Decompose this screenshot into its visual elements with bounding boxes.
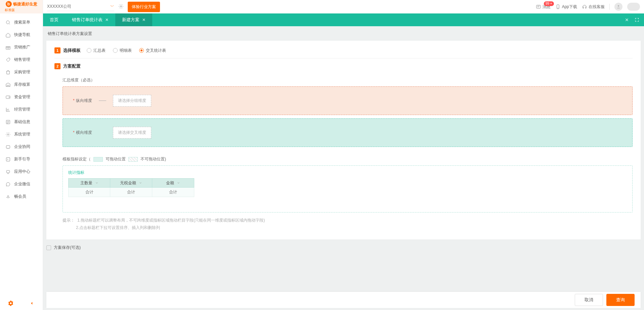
gear-icon [5,132,11,137]
divider [54,58,633,59]
hints: 提示：1.拖动标题栏可以调整布局，不可跨维度或指标区域拖动栏目字段(只能在同一维… [63,212,633,231]
svg-point-9 [7,195,9,197]
indicator-head-amount[interactable]: 金额 [152,178,194,188]
indicator-head-qty[interactable]: 主数量 [68,178,110,188]
support-link[interactable]: 在线客服 [582,4,605,10]
horizontal-dimension-input[interactable]: 请选择交叉维度 [113,127,151,139]
support-label: 在线客服 [589,4,605,10]
nondraggable-swatch-icon [128,157,138,162]
indicator-col: 无税金额 合计 [110,178,152,197]
menu-label: 采购管理 [14,69,30,75]
step-num: 1 [54,47,61,53]
svg-point-3 [9,97,9,98]
menu-quicknav[interactable]: 快捷导航 [0,29,43,41]
step-1: 1 选择模板 汇总表 明细表 交叉统计表 [54,44,633,57]
menu-label: 畅会员 [14,194,26,199]
radio-label: 汇总表 [93,48,106,53]
menu-apps[interactable]: 应用中心 [0,165,43,178]
vertical-dimension-input[interactable]: 请选择分组维度 [113,95,151,107]
tab-label: 新建方案 [122,17,139,23]
messages-link[interactable]: 消息 99 + [536,4,551,10]
menu-collab[interactable]: 企业协同 [0,141,43,153]
chevron-down-icon [177,181,180,185]
logo-b-icon: b [6,1,12,7]
sidebar-bottom [0,297,43,310]
tabbar-actions [623,13,644,26]
radio-detail[interactable]: 明细表 [113,48,132,53]
query-button[interactable]: 查询 [606,294,635,306]
breadcrumb: 销售订单统计表方案设置 [43,26,644,41]
menu-label: 经营管理 [14,107,30,112]
tag-icon [5,57,11,63]
user-menu[interactable] [627,3,640,11]
tab-sales-order-stats[interactable]: 销售订单统计表✕ [65,13,115,26]
horizontal-dimension-label: *横向维度 [73,130,92,135]
messages-badge: 99 + [544,1,554,6]
menu-wechat[interactable]: 企业微信 [0,178,43,190]
svg-rect-6 [6,146,10,148]
app-download-link[interactable]: App下载 [555,4,577,10]
menu-funds[interactable]: 资金管理 [0,91,43,103]
avatar-icon[interactable] [614,3,622,11]
menu-inventory[interactable]: 库存核算 [0,78,43,91]
fullscreen-icon[interactable] [633,16,641,24]
step-2: 2 方案配置 [54,60,633,73]
indicator-head-notax[interactable]: 无税金额 [110,178,152,188]
indicator-table: 主数量 合计 无税金额 合计 金额 合计 [68,178,627,197]
menu-guide[interactable]: 新手引导 [0,153,43,165]
radio-icon [87,48,91,53]
menu-label: 新手引导 [14,156,30,162]
trial-button[interactable]: 体验行业方案 [128,2,160,12]
menu-label: 系统管理 [14,131,30,137]
menu-label: 营销推广 [14,44,30,50]
close-all-icon[interactable] [623,16,631,24]
template-radio-group: 汇总表 明细表 交叉统计表 [87,48,166,53]
header-right: 消息 99 + App下载 在线客服 [536,3,640,11]
menu-operation[interactable]: 经营管理 [0,103,43,116]
gift-icon [5,45,11,50]
company-select[interactable]: ﹀ [47,2,114,11]
company-input[interactable] [47,4,108,9]
legend-nondraggable: 不可拖动位置) [140,156,166,162]
indicator-foot: 合计 [110,188,152,197]
radio-summary[interactable]: 汇总表 [87,48,106,53]
indicator-foot: 合计 [152,188,194,197]
menu-member[interactable]: 畅会员 [0,190,43,203]
tab-label: 销售订单统计表 [72,17,103,23]
close-icon[interactable]: ✕ [142,17,146,22]
sidebar: b 畅捷通好生意 标准版 搜索菜单 快捷导航 营销推广 销售管理 采购管理 库存… [0,0,43,310]
cancel-button[interactable]: 取消 [575,294,603,306]
save-checkbox[interactable] [46,245,51,250]
menu-label: 应用中心 [14,169,30,175]
menu: 搜索菜单 快捷导航 营销推广 销售管理 采购管理 库存核算 资金管理 经营管理 … [0,13,43,297]
radio-icon [139,48,144,53]
close-icon[interactable]: ✕ [105,17,109,22]
menu-label: 快捷导航 [14,32,30,38]
menu-search[interactable]: 搜索菜单 [0,16,43,29]
wechat-icon [5,182,11,187]
company-settings-icon[interactable] [118,4,124,10]
step-title: 选择模板 [63,47,81,53]
vertical-dimension-label: *纵向维度 [73,98,92,104]
radio-cross[interactable]: 交叉统计表 [139,48,166,53]
svg-point-10 [120,6,122,7]
menu-system[interactable]: 系统管理 [0,128,43,141]
collapse-toggle[interactable] [22,297,43,310]
menu-basic[interactable]: 基础信息 [0,116,43,128]
menu-label: 资金管理 [14,94,30,100]
draggable-swatch-icon [93,157,103,162]
logo-subtitle: 标准版 [5,8,15,12]
menu-marketing[interactable]: 营销推广 [0,41,43,53]
settings-toggle[interactable] [0,297,22,310]
tab-new-plan[interactable]: 新建方案✕ [115,13,152,26]
menu-label: 基础信息 [14,119,30,125]
menu-purchase[interactable]: 采购管理 [0,66,43,78]
chevron-down-icon: ﹀ [110,4,114,9]
menu-sales[interactable]: 销售管理 [0,53,43,66]
legend-draggable: 可拖动位置 [106,156,126,162]
tab-home[interactable]: 首页 [43,13,65,26]
radio-label: 交叉统计表 [146,48,166,53]
legend-title: 模板指标设定（ [63,156,91,162]
indicator-col: 主数量 合计 [68,178,110,197]
indicator-legend: 模板指标设定（ 可拖动位置 不可拖动位置) [63,150,633,165]
